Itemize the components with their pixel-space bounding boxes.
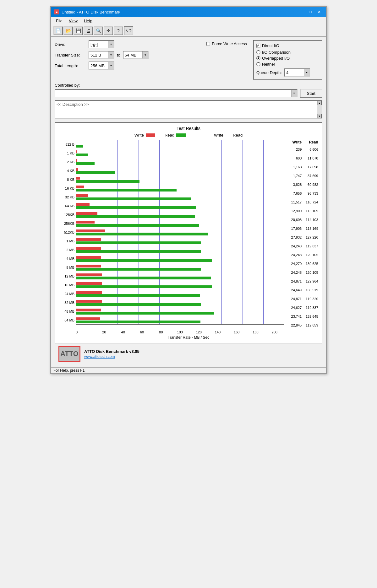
help-button[interactable]: ? <box>114 26 123 35</box>
queue-depth-select[interactable]: 4 ▼ <box>284 68 310 77</box>
scroll-up-arrow[interactable]: ▲ <box>317 101 322 105</box>
read-bar-3 <box>76 171 115 174</box>
write-val-6: 11,517 <box>286 200 302 204</box>
write-bar-2 <box>76 159 77 162</box>
direct-io-checkbox[interactable]: ✓ <box>256 44 260 48</box>
queue-depth-row: Queue Depth: 4 ▼ <box>256 68 319 77</box>
drive-select[interactable]: [-g-] ▼ <box>89 40 114 48</box>
transfer-to-arrow[interactable]: ▼ <box>142 51 148 58</box>
atto-info: ATTO Disk Benchmark v3.05 www.attotech.c… <box>84 349 139 359</box>
maximize-button[interactable]: □ <box>307 9 314 15</box>
write-val-12: 24,248 <box>286 253 302 257</box>
write-val-4: 3,828 <box>286 183 302 186</box>
write-bar-9 <box>76 221 95 224</box>
row-label-8: 128KB <box>58 210 76 219</box>
queue-depth-arrow[interactable]: ▼ <box>304 69 309 76</box>
row-label-7: 64 KB <box>58 202 76 210</box>
value-row-9: 17,906118,169 <box>284 224 319 233</box>
row-label-11: 1 MB <box>58 237 76 245</box>
x-label-6: 120 <box>189 330 208 334</box>
transfer-to-value: 64 MB <box>123 52 142 58</box>
bar-pair-9 <box>76 219 284 228</box>
row-label-17: 24 MB <box>58 289 76 298</box>
title-bar: ■ Untitled - ATTO Disk Benchmark — □ ✕ <box>51 7 326 17</box>
total-length-select[interactable]: 256 MB ▼ <box>89 62 114 70</box>
transfer-from-arrow[interactable]: ▼ <box>108 51 114 58</box>
start-button[interactable]: Start <box>300 89 322 98</box>
chart-body: 512 B1 KB2 KB4 KB8 KB16 KB32 KB64 KB128K… <box>58 140 319 330</box>
chart-legend: Write Read Write Read <box>58 133 319 138</box>
preview-button[interactable]: 🔍 <box>94 26 103 35</box>
overlapped-io-radio[interactable] <box>256 56 260 60</box>
transfer-size-label: Transfer Size: <box>55 53 86 57</box>
row-label-4: 8 KB <box>58 175 76 184</box>
scroll-down-arrow[interactable]: ▼ <box>317 114 322 118</box>
value-row-8: 20,608114,103 <box>284 215 319 224</box>
force-write-checkbox[interactable] <box>206 42 210 46</box>
value-row-1: 60311,070 <box>284 154 319 163</box>
value-row-18: 24,627119,837 <box>284 303 319 312</box>
bar-pair-16 <box>76 281 284 289</box>
read-val-6: 110,724 <box>303 200 318 204</box>
value-row-19: 23,741132,645 <box>284 312 319 321</box>
print-button[interactable]: 🖨 <box>84 26 93 35</box>
bar-pair-10 <box>76 228 284 237</box>
transfer-from-select[interactable]: 512 B ▼ <box>89 51 114 59</box>
close-button[interactable]: ✕ <box>315 9 323 15</box>
write-val-17: 24,871 <box>286 297 302 301</box>
write-bar-13 <box>76 256 101 259</box>
to-label: to <box>117 53 120 57</box>
atto-logo-text: ATTO <box>60 350 79 358</box>
read-bar-16 <box>76 285 212 288</box>
atto-logo: ATTO <box>58 346 80 362</box>
menu-file[interactable]: File <box>53 18 65 24</box>
read-val-14: 120,105 <box>303 271 318 274</box>
neither-radio[interactable] <box>256 62 260 66</box>
write-val-13: 24,270 <box>286 262 302 266</box>
drive-arrow[interactable]: ▼ <box>108 41 114 48</box>
save-button[interactable]: 💾 <box>74 26 83 35</box>
bar-pair-15 <box>76 272 284 281</box>
read-val-11: 119,837 <box>303 244 318 248</box>
total-length-arrow[interactable]: ▼ <box>108 62 114 69</box>
write-val-15: 24,871 <box>286 279 302 283</box>
context-help-button[interactable]: ↖? <box>124 26 133 35</box>
read-val-3: 37,699 <box>303 174 318 178</box>
value-row-13: 24,270130,625 <box>284 259 319 268</box>
transfer-to-select[interactable]: 64 MB ▼ <box>123 51 149 59</box>
menu-view[interactable]: View <box>66 18 80 24</box>
app-icon: ■ <box>54 9 59 14</box>
bar-pair-18 <box>76 298 284 307</box>
read-bar-12 <box>76 250 201 253</box>
transfer-size-row: Transfer Size: 512 B ▼ to 64 MB ▼ <box>55 51 200 59</box>
write-bar-19 <box>76 309 101 311</box>
write-legend: Write <box>134 133 155 138</box>
controlled-by-arrow[interactable]: ▼ <box>291 90 297 97</box>
write-bar-18 <box>76 300 102 303</box>
write-bar-12 <box>76 247 101 250</box>
value-row-0: 2396,606 <box>284 145 319 154</box>
write-bar-6 <box>76 194 88 197</box>
chart-section: Test Results Write Read Write Read 512 B… <box>55 122 322 343</box>
row-label-9: 256KB <box>58 219 76 228</box>
new-button[interactable]: 📄 <box>53 26 63 35</box>
value-row-10: 27,932127,220 <box>284 233 319 242</box>
write-bar-15 <box>76 273 102 276</box>
write-bar-7 <box>76 203 90 206</box>
row-label-0: 512 B <box>58 140 76 149</box>
menu-help[interactable]: Help <box>81 18 95 24</box>
minimize-button[interactable]: — <box>298 9 305 15</box>
write-val-16: 24,649 <box>286 288 302 292</box>
direct-io-box: ✓ Direct I/O I/O Comparison Overlapped I… <box>253 40 322 80</box>
atto-website[interactable]: www.attotech.com <box>84 354 139 359</box>
io-comparison-radio[interactable] <box>256 50 260 54</box>
read-val-20: 119,659 <box>303 323 318 327</box>
description-scrollbar[interactable]: ▲ ▼ <box>317 101 322 118</box>
read-legend: Read <box>165 133 186 138</box>
controlled-by-select[interactable]: ▼ <box>55 89 298 97</box>
title-buttons: — □ ✕ <box>298 9 323 15</box>
value-row-17: 24,871119,320 <box>284 294 319 303</box>
open-button[interactable]: 📂 <box>63 26 73 35</box>
move-button[interactable]: ✛ <box>104 26 113 35</box>
settings-row: Drive: [-g-] ▼ Transfer Size: 512 B ▼ to… <box>55 40 322 80</box>
